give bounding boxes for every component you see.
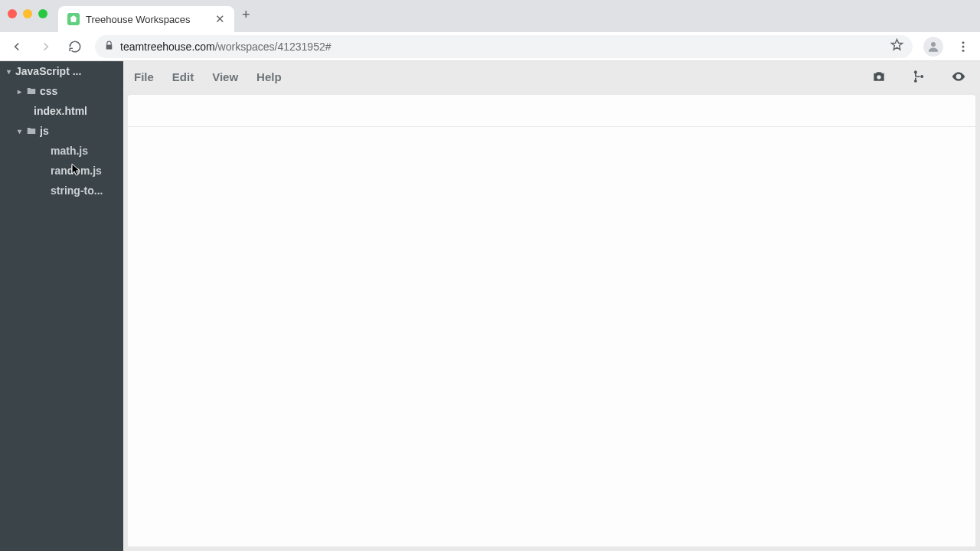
- svg-point-8: [958, 76, 960, 78]
- project-name: JavaScript ...: [15, 65, 81, 77]
- file-index-html[interactable]: index.html: [0, 101, 123, 121]
- browser-tab[interactable]: Treehouse Workspaces ✕: [58, 6, 234, 32]
- url-path: /workspaces/41231952#: [215, 41, 332, 53]
- file-label: random.js: [51, 165, 102, 177]
- svg-point-0: [931, 42, 936, 47]
- browser-tab-strip: Treehouse Workspaces ✕ +: [0, 0, 980, 32]
- folder-icon: [26, 86, 37, 96]
- svg-point-2: [962, 45, 965, 47]
- browser-menu-button[interactable]: [954, 37, 972, 56]
- folder-css[interactable]: ▸ css: [0, 81, 123, 101]
- window-controls: [8, 0, 47, 32]
- menu-help[interactable]: Help: [256, 70, 282, 83]
- svg-point-5: [914, 70, 917, 73]
- tab-title: Treehouse Workspaces: [86, 14, 209, 25]
- svg-point-3: [962, 49, 965, 51]
- editor-tab-bar: [128, 95, 975, 127]
- fork-icon[interactable]: [908, 66, 929, 87]
- svg-point-4: [877, 75, 880, 79]
- profile-avatar[interactable]: [923, 37, 943, 57]
- camera-icon[interactable]: [868, 66, 890, 87]
- file-label: index.html: [34, 105, 87, 117]
- menu-view[interactable]: View: [212, 70, 238, 83]
- file-string-to[interactable]: string-to...: [0, 181, 123, 201]
- file-label: string-to...: [51, 184, 103, 197]
- folder-label: js: [40, 125, 49, 137]
- folder-js[interactable]: ▾ js: [0, 121, 123, 141]
- file-label: math.js: [51, 145, 88, 157]
- reload-button[interactable]: [66, 37, 84, 56]
- address-bar[interactable]: teamtreehouse.com/workspaces/41231952#: [95, 35, 913, 58]
- browser-toolbar: teamtreehouse.com/workspaces/41231952#: [0, 32, 980, 61]
- chevron-right-icon: ▸: [15, 87, 23, 96]
- svg-point-6: [914, 80, 917, 83]
- preview-icon[interactable]: [948, 66, 969, 87]
- url-text: teamtreehouse.com/workspaces/41231952#: [120, 41, 332, 53]
- editor-menubar: File Edit View Help: [123, 61, 980, 92]
- window-maximize-button[interactable]: [38, 9, 47, 18]
- editor-area: File Edit View Help: [123, 61, 980, 551]
- svg-point-7: [920, 75, 923, 78]
- window-close-button[interactable]: [8, 9, 17, 18]
- bookmark-icon[interactable]: [890, 38, 903, 54]
- treehouse-favicon: [67, 13, 80, 25]
- file-tree-sidebar: ▾ JavaScript ... ▸ css index.html ▾ js m…: [0, 61, 123, 551]
- url-host: teamtreehouse.com: [120, 41, 215, 53]
- forward-button[interactable]: [37, 37, 55, 56]
- project-root[interactable]: ▾ JavaScript ...: [0, 61, 123, 81]
- folder-label: css: [40, 85, 57, 97]
- editor-body[interactable]: [128, 127, 975, 546]
- menu-edit[interactable]: Edit: [172, 70, 194, 83]
- file-math-js[interactable]: math.js: [0, 141, 123, 161]
- window-minimize-button[interactable]: [23, 9, 32, 18]
- folder-icon: [26, 126, 37, 136]
- menu-file[interactable]: File: [134, 70, 154, 83]
- chevron-down-icon: ▾: [5, 67, 12, 76]
- file-random-js[interactable]: random.js: [0, 161, 123, 181]
- back-button[interactable]: [8, 37, 26, 56]
- svg-point-1: [962, 41, 965, 44]
- lock-icon: [104, 40, 114, 54]
- workspace-app: ▾ JavaScript ... ▸ css index.html ▾ js m…: [0, 61, 980, 551]
- chevron-down-icon: ▾: [15, 127, 23, 135]
- new-tab-button[interactable]: +: [234, 0, 258, 32]
- tab-close-icon[interactable]: ✕: [215, 12, 225, 26]
